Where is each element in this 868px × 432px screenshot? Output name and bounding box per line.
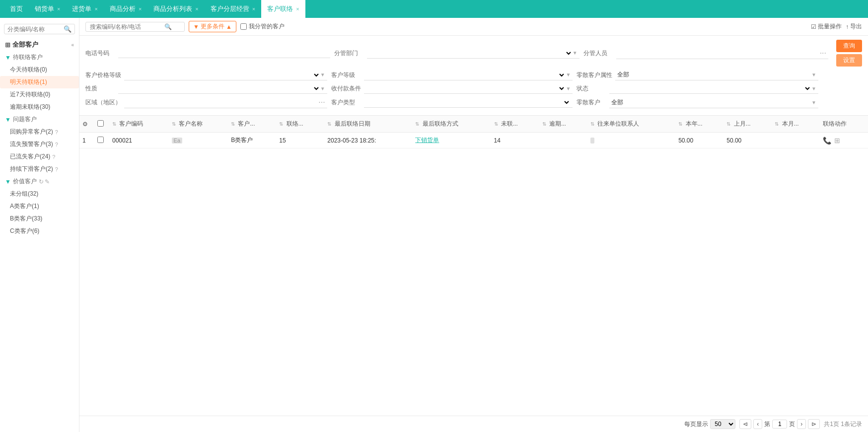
customer-type-select[interactable] — [366, 98, 571, 106]
cell-last-contact-method[interactable]: 下销货单 — [412, 133, 491, 148]
prev-page-btn[interactable]: ‹ — [753, 419, 762, 429]
status-select[interactable] — [611, 84, 811, 92]
region-more-icon[interactable]: ··· — [318, 98, 325, 107]
nav-item-customer-tier[interactable]: 客户分层经营 × — [205, 0, 261, 18]
per-page-label: 每页显示 — [684, 420, 708, 429]
select-all-checkbox[interactable] — [97, 120, 104, 127]
my-customers-check[interactable] — [240, 23, 247, 30]
sidebar-item-class-c[interactable]: C类客户(6) — [0, 225, 79, 237]
more-conditions-btn[interactable]: ▼ 更多条件 ▲ — [189, 21, 236, 32]
sidebar-item-7days-pending[interactable]: 近7天待联络(0) — [0, 88, 79, 101]
col-last-contact-date[interactable]: ⇅ 最后联络日期 — [324, 116, 412, 133]
row-checkbox[interactable] — [97, 137, 104, 143]
grid-action-icon[interactable]: ⊞ — [834, 137, 840, 144]
sidebar-search-input[interactable] — [7, 26, 64, 33]
col-contact-person[interactable]: ⇅ 往来单位联系人 — [587, 116, 675, 133]
phone-text-input[interactable] — [120, 50, 328, 57]
page-number-input[interactable] — [772, 420, 787, 429]
export-btn[interactable]: ↑ 导出 — [846, 22, 862, 31]
sidebar-item-today-pending[interactable]: 今天待联络(0) — [0, 64, 79, 76]
last-page-btn[interactable]: ⊳ — [808, 419, 820, 429]
close-analysis-list-icon[interactable]: × — [195, 6, 198, 12]
close-customer-contact-icon[interactable]: × — [296, 6, 299, 12]
phone-input[interactable] — [118, 49, 330, 58]
refresh-icon[interactable]: ↻ — [39, 178, 44, 185]
close-sales-icon[interactable]: × — [57, 6, 60, 12]
nav-item-customer-contact[interactable]: 客户联络 × — [261, 0, 305, 18]
sidebar-item-ungrouped[interactable]: 未分组(32) — [0, 188, 79, 200]
nature-input[interactable]: ▼ — [118, 83, 327, 94]
edit-icon[interactable]: ✎ — [45, 178, 50, 185]
region-input[interactable]: ··· — [124, 97, 327, 108]
col-this-year[interactable]: ⇅ 本年... — [675, 116, 723, 133]
col-contact-action[interactable]: 联络动作 — [820, 116, 868, 133]
nav-item-analysis-list[interactable]: 商品分析列表 × — [147, 0, 204, 18]
my-customers-checkbox[interactable]: 我分管的客户 — [240, 22, 285, 31]
col-settings[interactable]: ⚙ — [79, 116, 94, 133]
close-purchase-icon[interactable]: × — [94, 6, 97, 12]
col-overdue[interactable]: ⇅ 逾期... — [539, 116, 587, 133]
sidebar-item-abnormal-repurchase[interactable]: 回购异常客户(2) ? — [0, 126, 79, 138]
retail-customer-input[interactable]: 全部 ▼ — [609, 97, 818, 108]
sidebar-item-class-a[interactable]: A类客户(1) — [0, 200, 79, 213]
customer-level-input[interactable]: ▼ — [364, 70, 573, 80]
query-button[interactable]: 查询 — [836, 40, 862, 52]
nav-item-analysis[interactable]: 商品分析 × — [104, 0, 147, 18]
col-customer-name[interactable]: ⇅ 客户名称 — [169, 116, 228, 133]
col-last-month[interactable]: ⇅ 上月... — [723, 116, 772, 133]
person-more-icon[interactable]: ··· — [820, 49, 826, 58]
sidebar-item-class-b[interactable]: B类客户(33) — [0, 213, 79, 225]
payment-input[interactable]: ▼ — [364, 83, 573, 94]
cell-checkbox[interactable] — [94, 133, 109, 148]
person-text-input[interactable] — [618, 50, 820, 57]
close-customer-tier-icon[interactable]: × — [252, 6, 255, 12]
sort-icon-person: ⇅ — [590, 121, 594, 127]
sidebar-all-customers[interactable]: ⊞ 全部客户 « — [0, 38, 79, 51]
phone-action-icon[interactable]: 📞 — [823, 137, 831, 144]
person-label: 分管人员 — [583, 49, 613, 58]
next-page-btn[interactable]: › — [797, 419, 806, 429]
advanced-filter: 电话号码 分管部门 ▼ 分管人员 ··· — [79, 36, 868, 116]
payment-dropdown-icon: ▼ — [566, 86, 571, 91]
col-contact-count[interactable]: ⇅ 联络... — [276, 116, 324, 133]
col-checkbox[interactable] — [94, 116, 109, 133]
sidebar-value-section[interactable]: ▼ 价值客户 ↻ ✎ — [0, 175, 79, 188]
settings-icon[interactable]: ⚙ — [82, 121, 88, 128]
per-page-select[interactable]: 10 20 50 100 — [710, 419, 735, 429]
customer-level-select[interactable] — [366, 71, 566, 79]
customer-type-input[interactable] — [364, 97, 573, 108]
col-customer-type[interactable]: ⇅ 客户... — [228, 116, 276, 133]
nav-item-home[interactable]: 首页 — [4, 0, 29, 18]
sidebar-search-box[interactable]: 🔍 — [4, 24, 75, 34]
retail-attr-input[interactable]: 全部 ▼ — [615, 70, 818, 80]
sidebar-item-overdue-pending[interactable]: 逾期未联络(30) — [0, 101, 79, 113]
col-uncontacted[interactable]: ⇅ 未联... — [491, 116, 539, 133]
payment-select[interactable] — [366, 84, 566, 92]
reset-button[interactable]: 设置 — [836, 54, 862, 67]
main-search-input[interactable] — [90, 23, 164, 30]
nav-item-purchase[interactable]: 进货单 × — [66, 0, 103, 18]
dept-select[interactable] — [369, 49, 572, 57]
first-page-btn[interactable]: ⊲ — [739, 419, 751, 429]
col-last-contact-method[interactable]: ⇅ 最后联络方式 — [412, 116, 491, 133]
col-this-month[interactable]: ⇅ 本月... — [772, 116, 820, 133]
sidebar-problem-section[interactable]: ▼ 问题客户 — [0, 113, 79, 126]
person-input[interactable]: ··· — [616, 48, 828, 59]
sidebar-pending-section[interactable]: ▼ 待联络客户 — [0, 51, 79, 64]
contact-method-link[interactable]: 下销货单 — [415, 137, 439, 144]
price-level-input[interactable]: ▼ — [124, 70, 327, 80]
nature-select[interactable] — [120, 84, 320, 92]
sidebar-item-tomorrow-pending[interactable]: 明天待联络(1) — [0, 76, 79, 88]
close-analysis-icon[interactable]: × — [139, 6, 142, 12]
main-search-box[interactable]: 🔍 — [85, 22, 185, 32]
price-level-select[interactable] — [126, 71, 320, 79]
status-input[interactable]: ▼ — [609, 83, 818, 94]
batch-op-btn[interactable]: ☑ 批量操作 — [811, 22, 842, 31]
nav-item-sales[interactable]: 销货单 × — [29, 0, 66, 18]
region-text-input[interactable] — [126, 99, 318, 106]
dept-input[interactable]: ▼ — [367, 48, 579, 59]
sidebar-item-churn-warning[interactable]: 流失预警客户(3) ? — [0, 138, 79, 150]
col-customer-code[interactable]: ⇅ 客户编码 — [109, 116, 169, 133]
sidebar-item-churned[interactable]: 已流失客户(24) ? — [0, 150, 79, 163]
sidebar-item-declining[interactable]: 持续下滑客户(2) ? — [0, 163, 79, 175]
